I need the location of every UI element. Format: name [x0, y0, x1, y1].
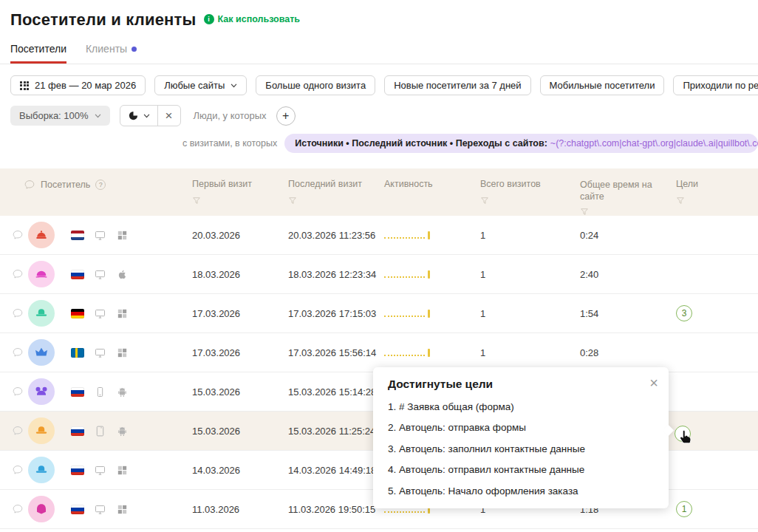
visitor-cell [0, 496, 192, 522]
first-visit-cell: 15.03.2026 [192, 386, 288, 398]
apple-icon [116, 268, 129, 281]
date-range-button[interactable]: 21 фев — 20 мар 2026 [10, 75, 146, 95]
avatar[interactable] [28, 457, 55, 483]
table-header: Посетитель ? Первый визит Последний визи… [0, 168, 758, 216]
tab-clients[interactable]: Клиенты [86, 43, 137, 64]
segment-buttons: Больше одного визитаНовые посетители за … [256, 75, 758, 95]
last-visit-cell: 11.03.2026 19:50:15 [288, 504, 384, 515]
comment-icon[interactable] [12, 464, 24, 476]
visitors-page: Посетители и клиенты i Как использовать … [0, 0, 758, 532]
windows-icon [116, 464, 129, 477]
activity-cell [384, 270, 480, 279]
de-flag-icon [71, 309, 84, 318]
phone-icon [94, 386, 106, 398]
comment-icon[interactable] [12, 268, 24, 280]
how-to-use-link[interactable]: i Как использовать [204, 14, 300, 24]
table-row[interactable]: 20.03.202620.03.2026 11:23:5610:24 [0, 216, 758, 255]
clear-segment-button[interactable]: × [157, 106, 180, 126]
filter-funnel-icon[interactable] [288, 197, 297, 205]
filter-toolbar: 21 фев — 20 мар 2026 Любые сайты Больше … [0, 64, 758, 95]
goal-count-badge[interactable]: 3 [676, 305, 692, 321]
source-chip-prefix: Источники • Последний источник • Переход… [295, 138, 547, 149]
avatar[interactable] [28, 496, 55, 522]
clients-badge-dot [132, 47, 137, 52]
tab-visitors[interactable]: Посетители [10, 43, 66, 64]
col-visits[interactable]: Всего визитов [480, 179, 580, 189]
add-condition-button[interactable]: + [276, 106, 296, 126]
desktop-icon [94, 268, 106, 281]
comment-icon[interactable] [12, 503, 24, 515]
se-flag-icon [71, 348, 84, 358]
visitor-cell [0, 457, 192, 483]
activity-sparkline [384, 270, 431, 279]
activity-sparkline [384, 231, 431, 240]
android-icon [116, 425, 129, 437]
comment-icon[interactable] [12, 347, 24, 358]
people-who-label: Люди, у которых [194, 110, 267, 121]
avatar[interactable] [28, 339, 55, 366]
chevron-down-icon [95, 114, 101, 118]
windows-icon [116, 347, 129, 359]
visitor-cell [0, 417, 192, 444]
filter-funnel-icon[interactable] [676, 197, 685, 205]
filter-funnel-icon[interactable] [480, 197, 489, 205]
cap-icon [34, 267, 49, 282]
first-visit-cell: 20.03.2026 [192, 230, 288, 241]
tooltip-goal-item: 3. Автоцель: заполнил контактные данные [388, 443, 654, 454]
tooltip-goal-item: 4. Автоцель: отправил контактные данные [388, 464, 654, 475]
col-goals[interactable]: Цели [676, 179, 698, 189]
visitor-help-icon[interactable]: ? [95, 180, 106, 190]
avatar[interactable] [28, 261, 55, 287]
first-visit-cell: 11.03.2026 [192, 504, 288, 515]
filter-funnel-icon[interactable] [192, 197, 201, 205]
col-first-visit[interactable]: Первый визит [192, 179, 288, 189]
segment-button[interactable]: Мобильные посетители [540, 75, 665, 95]
comment-icon [24, 179, 35, 191]
avatar[interactable] [28, 378, 55, 405]
goal-count-badge[interactable]: 1 [676, 501, 692, 517]
segment-chart-button[interactable] [120, 110, 157, 121]
total-time-cell: 1:54 [580, 308, 676, 319]
table-row[interactable]: 18.03.202618.03.2026 12:23:3412:40 [0, 255, 758, 294]
date-range-label: 21 фев — 20 мар 2026 [35, 80, 136, 91]
page-header: Посетители и клиенты i Как использовать … [0, 0, 758, 64]
site-filter-button[interactable]: Любые сайты [154, 75, 247, 95]
segment-button[interactable]: Приходили по рекламе [673, 75, 758, 95]
col-visitor[interactable]: Посетитель [41, 180, 90, 190]
col-activity[interactable]: Активность [384, 179, 480, 189]
ru-flag-icon [71, 505, 84, 514]
table-row[interactable]: 17.03.202617.03.2026 17:15:0311:543 [0, 294, 758, 333]
calendar-grid-icon [20, 81, 29, 90]
how-to-use-label: Как использовать [218, 14, 300, 24]
android-icon [116, 386, 129, 398]
visitor-cell [0, 339, 192, 366]
segment-button[interactable]: Больше одного визита [256, 75, 375, 95]
total-visits-cell: 1 [480, 269, 580, 280]
visitor-cell [0, 378, 192, 405]
avatar[interactable] [28, 300, 55, 327]
comment-icon[interactable] [12, 229, 24, 241]
total-time-cell: 0:24 [580, 230, 676, 241]
total-time-cell: 2:40 [580, 269, 676, 280]
avatar[interactable] [28, 417, 55, 444]
last-visit-cell: 14.03.2026 14:49:18 [288, 465, 384, 476]
last-visit-cell: 15.03.2026 15:14:28 [288, 386, 384, 398]
source-filter-chip[interactable]: Источники • Последний источник • Переход… [284, 134, 758, 153]
avatar[interactable] [28, 222, 55, 248]
ru-flag-icon [71, 466, 84, 475]
sampling-button[interactable]: Выборка: 100% [10, 106, 110, 126]
segment-button[interactable]: Новые посетители за 7 дней [384, 75, 530, 95]
filter-funnel-icon[interactable] [580, 208, 589, 216]
comment-icon[interactable] [12, 307, 24, 319]
total-visits-cell: 1 [480, 230, 580, 241]
col-last-visit[interactable]: Последний визит [288, 179, 384, 189]
tooltip-close-icon[interactable]: × [649, 375, 658, 392]
tooltip-title: Достигнутые цели [388, 378, 654, 391]
site-filter-label: Любые сайты [164, 80, 225, 91]
desktop-icon [94, 464, 106, 477]
comment-icon[interactable] [12, 386, 24, 398]
comment-icon[interactable] [12, 425, 24, 437]
hovered-goal-badge[interactable] [673, 424, 695, 448]
activity-cell [384, 231, 480, 240]
col-time[interactable]: Общее время на сайте [580, 179, 654, 203]
